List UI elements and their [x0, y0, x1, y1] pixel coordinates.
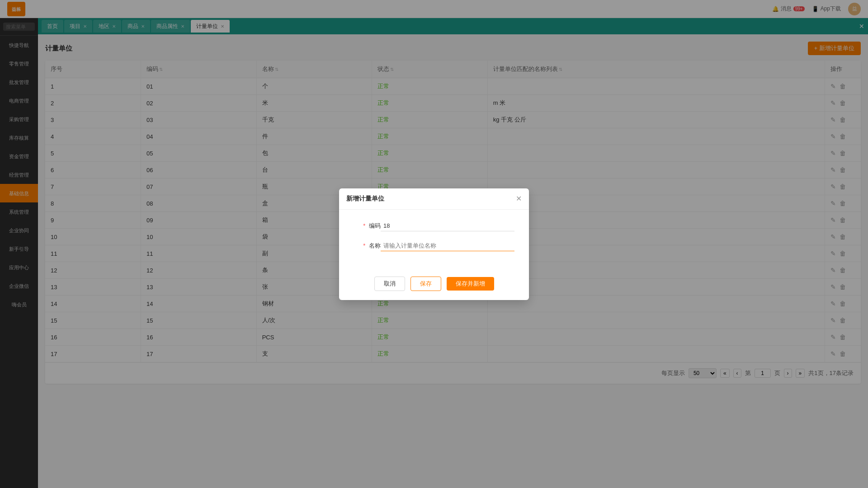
required-star-code: *: [363, 222, 365, 229]
save-and-new-button[interactable]: 保存并新增: [447, 277, 494, 291]
save-button[interactable]: 保存: [410, 277, 441, 291]
form-item-name: * 名称: [354, 240, 514, 251]
modal-title: 新增计量单位: [346, 195, 384, 203]
code-input[interactable]: [381, 221, 514, 231]
cancel-button[interactable]: 取消: [374, 277, 405, 291]
modal-header: 新增计量单位 ✕: [339, 188, 529, 210]
add-unit-modal: 新增计量单位 ✕ * 编码 * 名称 取消 保存 保存并新增: [339, 188, 529, 300]
required-star-name: *: [363, 242, 365, 249]
modal-close-button[interactable]: ✕: [516, 195, 522, 202]
code-label: * 编码: [354, 222, 381, 230]
modal-overlay: 新增计量单位 ✕ * 编码 * 名称 取消 保存 保存并新增: [0, 0, 868, 488]
name-input[interactable]: [381, 240, 514, 251]
modal-footer: 取消 保存 保存并新增: [339, 271, 529, 300]
modal-body: * 编码 * 名称: [339, 210, 529, 271]
form-item-code: * 编码: [354, 221, 514, 231]
name-label: * 名称: [354, 242, 381, 250]
